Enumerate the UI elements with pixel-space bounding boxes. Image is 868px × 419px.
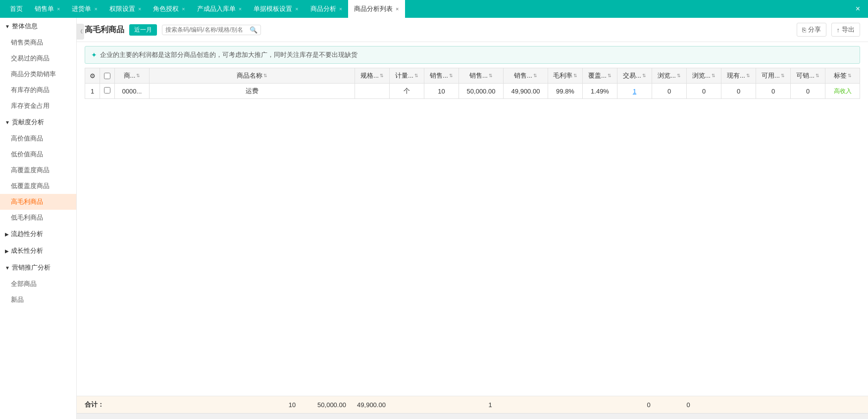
- sidebar-group-growth[interactable]: ▶ 成长性分析: [0, 242, 76, 259]
- sidebar-item-low-margin[interactable]: 低毛利商品: [0, 210, 76, 226]
- sort-icon[interactable]: ⇅: [816, 73, 819, 78]
- data-table: ⚙ 商...⇅ 商品名称⇅ 规格...⇅: [85, 68, 860, 99]
- col-browse2: 浏览...⇅: [687, 68, 721, 84]
- share-button[interactable]: ⎘ 分享: [797, 23, 826, 37]
- footer-trade: 1: [470, 401, 510, 409]
- col-browse1: 浏览...⇅: [652, 68, 687, 84]
- col-gross-rate: 毛利率⇅: [548, 68, 583, 84]
- sidebar-item-traded-goods[interactable]: 交易过的商品: [0, 50, 76, 66]
- tag-badge: 高收入: [834, 88, 852, 94]
- export-button[interactable]: ↑ 导出: [831, 23, 861, 37]
- search-icon[interactable]: 🔍: [250, 26, 257, 34]
- nav-role-auth[interactable]: 角色授权 ×: [147, 0, 191, 18]
- sort-icon[interactable]: ⇅: [263, 73, 267, 78]
- sidebar-item-new-products[interactable]: 新品: [0, 292, 76, 308]
- bottom-scrollbar[interactable]: [77, 413, 868, 419]
- info-icon: ✦: [91, 51, 97, 59]
- cell-tag: 高收入: [825, 84, 860, 99]
- nav-product-inbound[interactable]: 产成品入库单 ×: [191, 0, 248, 18]
- sidebar-item-high-coverage[interactable]: 高覆盖度商品: [0, 162, 76, 178]
- sort-icon[interactable]: ⇅: [712, 73, 715, 78]
- table-container: ⚙ 商...⇅ 商品名称⇅ 规格...⇅: [77, 68, 868, 396]
- sidebar: ▼ 整体信息 销售类商品 交易过的商品 商品分类助销率 有库存的商品 库存资金占…: [0, 18, 77, 419]
- top-nav: 首页 销售单 × 进货单 × 权限设置 × 角色授权 × 产成品入库单 × 单据…: [0, 0, 868, 18]
- nav-purchase-order[interactable]: 进货单 ×: [66, 0, 103, 18]
- main-layout: ▼ 整体信息 销售类商品 交易过的商品 商品分类助销率 有库存的商品 库存资金占…: [0, 18, 868, 419]
- sidebar-group-marketing[interactable]: ▼ 营销推广分析: [0, 259, 76, 276]
- sort-icon[interactable]: ⇅: [608, 73, 612, 78]
- cell-seq: 1: [85, 84, 100, 99]
- cell-code: 0000...: [115, 84, 150, 99]
- cell-available: 0: [756, 84, 791, 99]
- sidebar-group-overall-info[interactable]: ▼ 整体信息: [0, 18, 76, 35]
- footer-available: 0: [629, 401, 668, 409]
- sort-icon[interactable]: ⇅: [746, 73, 750, 78]
- close-role-auth-icon[interactable]: ×: [182, 6, 185, 12]
- time-filter-button[interactable]: 近一月: [129, 24, 157, 36]
- sidebar-item-low-coverage[interactable]: 低覆盖度商品: [0, 178, 76, 194]
- sort-icon[interactable]: ⇅: [677, 73, 681, 78]
- sidebar-group-contribution[interactable]: ▼ 贡献度分析: [0, 114, 76, 131]
- close-sales-order-icon[interactable]: ×: [57, 6, 60, 12]
- sidebar-item-low-value[interactable]: 低价值商品: [0, 146, 76, 162]
- col-spec: 规格...⇅: [355, 68, 390, 84]
- close-product-analysis-list-icon[interactable]: ×: [396, 6, 399, 12]
- cell-sale2: 50,000.00: [459, 84, 504, 99]
- window-close-button[interactable]: ×: [852, 4, 864, 13]
- content-area: 《 高毛利商品 近一月 🔍 ⎘ 分享 ↑ 导出 ✦ 企业的主要的利润都是这部分商…: [77, 18, 868, 419]
- sidebar-item-high-value[interactable]: 高价值商品: [0, 131, 76, 146]
- close-purchase-order-icon[interactable]: ×: [94, 6, 97, 12]
- col-settings[interactable]: ⚙: [85, 68, 100, 84]
- nav-product-analysis[interactable]: 商品分析 ×: [305, 0, 348, 18]
- sort-icon[interactable]: ⇅: [573, 73, 577, 78]
- sidebar-item-stock-capital[interactable]: 库存资金占用: [0, 98, 76, 114]
- sort-icon[interactable]: ⇅: [848, 73, 852, 78]
- sort-icon[interactable]: ⇅: [781, 73, 785, 78]
- chevron-down-icon: ▼: [5, 24, 10, 29]
- sort-icon[interactable]: ⇅: [414, 73, 418, 78]
- cell-checkbox[interactable]: [100, 84, 115, 99]
- sort-icon[interactable]: ⇅: [642, 73, 646, 78]
- chevron-down-icon: ▼: [5, 120, 10, 125]
- footer-bar: 合计： 10 50,000.00 49,900.00 1 0 0: [77, 396, 868, 413]
- sidebar-item-sales-goods[interactable]: 销售类商品: [0, 35, 76, 50]
- search-input[interactable]: [165, 26, 250, 33]
- nav-permission-settings[interactable]: 权限设置 ×: [103, 0, 147, 18]
- content-header: 高毛利商品 近一月 🔍 ⎘ 分享 ↑ 导出: [77, 18, 868, 42]
- nav-product-analysis-list[interactable]: 商品分析列表 ×: [348, 0, 405, 18]
- nav-home[interactable]: 首页: [4, 0, 29, 18]
- sidebar-item-high-margin[interactable]: 高毛利商品: [0, 194, 76, 210]
- nav-template-settings[interactable]: 单据模板设置 ×: [248, 0, 304, 18]
- chevron-down-icon: ▼: [5, 265, 10, 271]
- close-template-settings-icon[interactable]: ×: [295, 6, 298, 12]
- cell-sale3: 49,900.00: [504, 84, 548, 99]
- footer-sale2: 50,000.00: [312, 401, 352, 409]
- close-product-analysis-icon[interactable]: ×: [339, 6, 342, 12]
- sort-icon[interactable]: ⇅: [136, 73, 140, 78]
- share-icon: ⎘: [802, 26, 806, 34]
- chevron-right-icon: ▶: [5, 232, 9, 237]
- close-permission-settings-icon[interactable]: ×: [138, 6, 141, 12]
- sidebar-item-all-goods[interactable]: 全部商品: [0, 276, 76, 292]
- cell-trade: 1: [617, 84, 652, 99]
- col-checkbox[interactable]: [100, 68, 115, 84]
- sidebar-item-stock-goods[interactable]: 有库存的商品: [0, 82, 76, 98]
- row-checkbox[interactable]: [104, 87, 110, 93]
- sort-icon[interactable]: ⇅: [533, 73, 537, 78]
- table-header-row: ⚙ 商...⇅ 商品名称⇅ 规格...⇅: [85, 68, 860, 84]
- select-all-checkbox[interactable]: [104, 73, 110, 79]
- search-box[interactable]: 🔍: [162, 25, 261, 35]
- sidebar-collapse-button[interactable]: 《: [77, 24, 84, 40]
- trade-link[interactable]: 1: [633, 88, 636, 95]
- info-banner: ✦ 企业的主要的利润都是这部分商品创造的，可考虑加大推广，同时关注库存是不要出现…: [85, 46, 860, 64]
- close-product-inbound-icon[interactable]: ×: [239, 6, 242, 12]
- sort-icon[interactable]: ⇅: [380, 73, 384, 78]
- nav-sales-order[interactable]: 销售单 ×: [29, 0, 66, 18]
- col-sale1: 销售...⇅: [424, 68, 459, 84]
- sort-icon[interactable]: ⇅: [489, 73, 493, 78]
- gear-icon: ⚙: [90, 72, 96, 80]
- sidebar-group-trend[interactable]: ▶ 流趋性分析: [0, 226, 76, 242]
- sidebar-item-category-rate[interactable]: 商品分类助销率: [0, 66, 76, 82]
- cell-current: 0: [721, 84, 756, 99]
- sort-icon[interactable]: ⇅: [449, 73, 453, 78]
